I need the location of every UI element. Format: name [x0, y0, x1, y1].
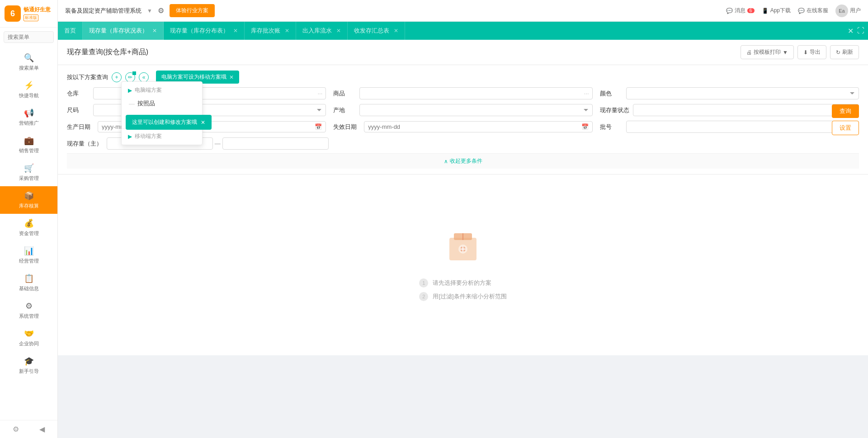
stock-main-label: 现存量（主）: [67, 140, 103, 148]
scheme-section-desktop: ▶ 电脑端方案: [122, 85, 202, 96]
export-btn[interactable]: ⬇ 导出: [797, 45, 826, 59]
batch-field: 批号: [600, 121, 859, 133]
user-area[interactable]: Ea 用户: [835, 5, 861, 17]
tab-close-all-btn[interactable]: ✕: [848, 27, 854, 35]
tab-summary[interactable]: 收发存汇总表 ✕: [348, 22, 405, 40]
sidebar-item-system[interactable]: ⚙ 系统管理: [0, 297, 57, 324]
sidebar-bottom: ⚙ ◀: [0, 420, 57, 438]
filter-label: 按以下方案查询: [67, 73, 108, 81]
collapse-sidebar-btn[interactable]: ◀: [39, 425, 45, 433]
add-scheme-btn[interactable]: +: [112, 72, 122, 82]
set-btn[interactable]: 设置: [832, 121, 859, 135]
tab-home[interactable]: 首页: [58, 22, 83, 40]
logo-area: 6 畅通好生意 标准版: [0, 0, 57, 28]
tab-close-stock-status[interactable]: ✕: [152, 28, 157, 34]
back-scheme-btn[interactable]: «: [139, 72, 149, 82]
tooltip1-close[interactable]: ✕: [229, 74, 234, 80]
expire-date-calendar-icon[interactable]: 📅: [581, 123, 589, 130]
inventory-icon: 📦: [24, 191, 34, 201]
stock-status-label: 现存量状态: [600, 106, 629, 114]
warehouse-dots-btn[interactable]: ···: [317, 90, 322, 97]
tab-close-stock-dist[interactable]: ✕: [233, 28, 238, 34]
scheme-item-by-sku[interactable]: — 按照品: [122, 96, 202, 111]
guide-icon: 🎓: [24, 356, 34, 366]
logo-text: 畅通好生意 标准版: [24, 6, 51, 21]
sidebar-item-inventory[interactable]: 📦 库存核算: [0, 186, 57, 214]
empty-state: 1 请先选择要分析的方案 2 用[过滤]条件来缩小分析范围: [58, 174, 868, 355]
search-input[interactable]: [4, 31, 54, 43]
nav-search[interactable]: [0, 28, 57, 47]
warehouse-label: 仓库: [67, 89, 90, 98]
topbar-right: 💬 消息 6 📱 App下载 💬 在线客服 Ea 用户: [726, 5, 861, 17]
produce-date-label: 生产日期: [67, 123, 94, 131]
edit-scheme-btn[interactable]: ✏: [125, 72, 135, 82]
nav-list: 🔍 搜索菜单 ⚡ 快捷导航 📢 营销推广 💼 销售管理 🛒 采购管理 📦: [0, 47, 57, 420]
industry-btn[interactable]: 体验行业方案: [170, 4, 215, 17]
settings-bottom-btn[interactable]: ⚙: [13, 425, 19, 433]
phone-icon: 📱: [762, 8, 769, 14]
query-btn[interactable]: 查询: [832, 104, 859, 118]
system-dropdown-btn[interactable]: ▼: [147, 8, 152, 14]
sidebar: 6 畅通好生意 标准版 🔍 搜索菜单 ⚡ 快捷导航 📢 营销推广: [0, 0, 58, 438]
sidebar-item-guide[interactable]: 🎓 新手引导: [0, 352, 57, 379]
tab-stock-dist[interactable]: 现存量（库存分布表） ✕: [164, 22, 245, 40]
sidebar-item-finance[interactable]: 💰 资金管理: [0, 214, 57, 241]
expire-date-label: 失效日期: [333, 123, 360, 131]
step-num-2: 2: [419, 292, 428, 301]
batch-input[interactable]: [626, 121, 859, 133]
expire-date-input[interactable]: [368, 123, 579, 130]
message-btn[interactable]: 💬 消息 6: [726, 7, 755, 14]
color-select[interactable]: [626, 87, 859, 99]
refresh-btn[interactable]: ↻ 刷新: [830, 45, 859, 59]
refresh-icon: ↻: [836, 49, 840, 56]
online-service-btn[interactable]: 💬 在线客服: [798, 7, 828, 14]
expire-date-field: 失效日期 📅: [333, 121, 592, 132]
triangle-icon: ▶: [128, 87, 132, 94]
tab-close-summary[interactable]: ✕: [394, 28, 398, 34]
tab-batch-account[interactable]: 库存批次账 ✕: [245, 22, 296, 40]
system-name: 装备及固定资产辅助管理系统: [65, 7, 142, 15]
scheme-dot: [132, 71, 136, 75]
tab-close-inout[interactable]: ✕: [336, 28, 341, 34]
goods-field: 商品 ···: [333, 87, 592, 99]
sidebar-item-purchase[interactable]: 🛒 采购管理: [0, 159, 57, 186]
stock-status-select[interactable]: [633, 104, 859, 116]
stock-main-max[interactable]: [222, 137, 329, 150]
empty-step-1: 1 请先选择要分析的方案: [419, 278, 506, 287]
collapse-bar: ∧ 收起更多条件: [67, 153, 859, 169]
goods-input[interactable]: [359, 87, 592, 99]
sidebar-item-marketing[interactable]: 📢 营销推广: [0, 104, 57, 131]
message-icon: 💬: [726, 8, 733, 14]
print-btn[interactable]: 🖨 按模板打印 ▼: [741, 45, 794, 59]
content-area: 现存量查询(按仓库+商品) 🖨 按模板打印 ▼ ⬇ 导出 ↻ 刷新: [58, 40, 868, 438]
origin-select[interactable]: [359, 104, 592, 116]
sidebar-item-basic[interactable]: 📋 基础信息: [0, 269, 57, 297]
collab-icon: 🤝: [24, 329, 34, 339]
scheme-panel: ▶ 电脑端方案 — 按照品 — 按商品 ▶ 移动端方案: [121, 81, 203, 145]
basic-icon: 📋: [24, 273, 34, 283]
produce-date-calendar-icon[interactable]: 📅: [315, 123, 322, 130]
tab-actions: ✕ ⛶: [844, 27, 868, 35]
sidebar-item-quicknav[interactable]: ⚡ 快捷导航: [0, 76, 57, 104]
sidebar-item-sales[interactable]: 💼 销售管理: [0, 131, 57, 159]
tab-stock-status[interactable]: 现存量（库存状况表） ✕: [83, 22, 164, 40]
topbar-settings-btn[interactable]: ⚙: [158, 6, 164, 15]
tab-close-batch[interactable]: ✕: [285, 28, 289, 34]
range-separator: —: [215, 140, 221, 147]
color-field: 颜色: [600, 87, 859, 99]
origin-field: 产地: [333, 104, 592, 116]
sidebar-item-operations[interactable]: 📊 经营管理: [0, 241, 57, 269]
collapse-btn[interactable]: ∧ 收起更多条件: [444, 157, 482, 165]
step-num-1: 1: [419, 278, 428, 287]
goods-dots-btn[interactable]: ···: [584, 90, 589, 97]
sub-tooltip-close[interactable]: ✕: [201, 119, 205, 126]
page-header: 现存量查询(按仓库+商品) 🖨 按模板打印 ▼ ⬇ 导出 ↻ 刷新: [58, 40, 868, 65]
sidebar-item-search[interactable]: 🔍 搜索菜单: [0, 48, 57, 76]
tab-expand-btn[interactable]: ⛶: [857, 27, 864, 35]
tab-inout-flow[interactable]: 出入库流水 ✕: [296, 22, 348, 40]
sidebar-item-collab[interactable]: 🤝 企业协同: [0, 324, 57, 352]
quicknav-icon: ⚡: [24, 80, 34, 90]
app-download-btn[interactable]: 📱 App下载: [762, 7, 791, 14]
empty-step-2: 2 用[过滤]条件来缩小分析范围: [419, 292, 506, 301]
sub-tooltip: 这里可以创建和修改方案哦 ✕: [126, 115, 212, 130]
